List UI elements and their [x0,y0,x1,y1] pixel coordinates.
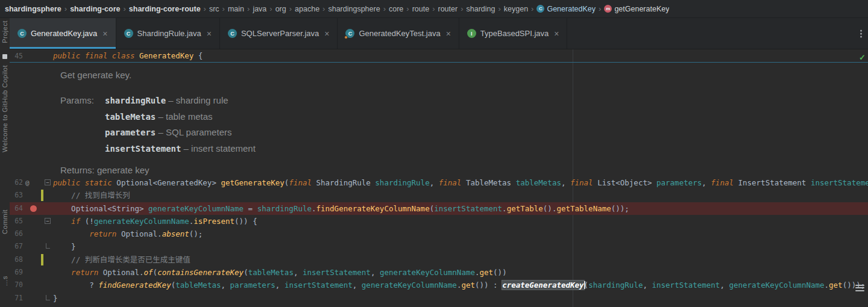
token: tableMetas [248,268,294,277]
breadcrumb-separator: › [269,4,272,13]
breadcrumb-label: apache [295,5,319,13]
token: . [312,204,316,213]
token: , [371,268,380,277]
breadcrumb-item-shardingsphere[interactable]: shardingsphere [328,5,380,13]
toolwindow-button-Welcome to GitHub Copilot[interactable]: Welcome to GitHub Copilot [1,65,8,152]
line-number: 66 [10,228,23,240]
token: , [275,281,285,290]
breadcrumb-item-main[interactable]: main [228,5,244,13]
token: insertStatement [652,281,720,290]
doc-summary: Get generate key. [60,69,256,82]
breakpoint-icon[interactable] [30,205,37,212]
breadcrumb-item-org[interactable]: org [275,5,286,13]
breadcrumb-item-src[interactable]: src [209,5,219,13]
fold-end-icon[interactable] [46,295,50,300]
tab-label: ShardingRule.java [137,29,201,38]
code-editor[interactable]: 45 public final class GeneratedKey { Get… [10,49,868,307]
breadcrumb-item-route[interactable]: route [412,5,430,13]
token: TableMetas [466,178,516,187]
token: ()) [493,268,507,277]
sticky-class-line: 45 public final class GeneratedKey { [10,49,868,63]
breadcrumb-item-GeneratedKey[interactable]: CGeneratedKey [536,5,596,13]
token: insertStatement [285,281,353,290]
token: ()) : [475,281,502,290]
token: InsertStatement [738,178,810,187]
toolwindow-button-…s[interactable]: …s [1,276,8,287]
editor-hamburger-icon[interactable] [855,283,864,293]
close-icon[interactable]: × [446,29,451,39]
line-number: 45 [10,49,23,63]
tab-label: GeneratedKeyTest.java [359,29,440,38]
token: parameters [230,281,275,290]
breadcrumb-item-sharding-core[interactable]: sharding-core [70,5,120,13]
token [53,229,89,238]
token [53,255,71,264]
breadcrumb-label: keygen [504,5,528,13]
breadcrumb-item-sharding[interactable]: sharding [466,5,495,13]
code-line-66: 66 return Optional.absent(); [10,228,868,240]
breadcrumb-label: route [412,5,430,13]
breadcrumb-separator: › [289,4,292,13]
param-description: – SQL parameters [156,127,231,137]
token: (); [189,229,203,238]
tab-label: GeneratedKey.java [31,29,97,38]
tab-SQLServerParser.java[interactable]: CSQLServerParser.java× [220,18,338,49]
param-description: – sharding rule [166,95,228,105]
breadcrumb-item-core[interactable]: core [389,5,403,13]
tab-ShardingRule.java[interactable]: CShardingRule.java× [116,18,220,49]
close-icon[interactable]: × [324,29,329,39]
code-text: if (!generateKeyColumnName.isPresent()) … [53,215,257,228]
breadcrumb-label: src [209,5,219,13]
fold-end-icon[interactable] [46,243,50,249]
breadcrumb-separator: › [406,4,409,13]
token: ()); [611,204,629,213]
breadcrumb-item-sharding-core-route[interactable]: sharding-core-route [129,5,201,13]
fold-icon[interactable]: − [45,179,51,185]
toolwindow-button-Project[interactable]: Project [1,20,8,43]
tab-GeneratedKey.java[interactable]: CGeneratedKey.java× [10,18,116,49]
test-badge-icon [344,36,348,39]
breadcrumb-item-apache[interactable]: apache [295,5,319,13]
toolwindow-button-Commit[interactable]: Commit [1,209,8,234]
close-icon[interactable]: × [207,29,212,39]
token: { [193,51,203,60]
doc-param: tableMetas – table metas [60,109,256,125]
close-icon[interactable]: × [102,29,107,39]
fold-icon[interactable]: − [45,218,51,224]
editor-tab-bar: CGeneratedKey.java×CShardingRule.java×CS… [10,18,868,49]
breadcrumb-items: shardingsphere›sharding-core›sharding-co… [5,4,669,13]
annotation-gutter-icon: @ [25,176,30,189]
breadcrumb-item-getGenerateKey[interactable]: mgetGenerateKey [604,5,669,13]
breadcrumb-item-shardingsphere[interactable]: shardingsphere [5,5,61,13]
token: parameters [656,178,702,187]
breadcrumb-separator: › [322,4,325,13]
token: of [144,268,153,277]
tab-TypeBasedSPI.java[interactable]: ITypeBasedSPI.java× [459,18,568,49]
token: } [53,242,76,251]
doc-params: Params:shardingRule – sharding ruletable… [60,93,256,157]
breadcrumb-separator: › [64,4,67,13]
class-icon: C [228,29,237,38]
line-number: 67 [10,240,23,253]
code-text: } [53,292,58,305]
breadcrumb-label: sharding-core [70,5,120,13]
code-text: // 判断自增长类是否已生成主键值 [53,253,190,266]
token: getTableName [556,204,611,213]
inspections-ok-icon[interactable]: ✓ [859,53,866,62]
code-line-69: 69 return Optional.of(containsGenerateKe… [10,266,868,279]
tab-options-kebab-icon[interactable] [859,27,863,40]
tab-GeneratedKeyTest.java[interactable]: CGeneratedKeyTest.java× [338,18,459,49]
ide-window: shardingsphere›sharding-core›sharding-co… [0,0,868,307]
returns-label: Returns: [60,165,95,175]
token: shardingRule [588,281,643,290]
param-name: tableMetas [105,112,156,122]
breadcrumb-item-keygen[interactable]: keygen [504,5,528,13]
code-lines: 62@−public static Optional<GeneratedKey>… [10,176,868,305]
token: insertStatement [434,204,502,213]
close-icon[interactable]: × [554,29,559,39]
code-line-68: 68 // 判断自增长类是否已生成主键值 [10,253,868,266]
token: final [711,178,738,187]
breadcrumb-item-java[interactable]: java [253,5,266,13]
doc-returns: Returns: generate key [60,164,256,176]
breadcrumb-item-router[interactable]: router [438,5,458,13]
